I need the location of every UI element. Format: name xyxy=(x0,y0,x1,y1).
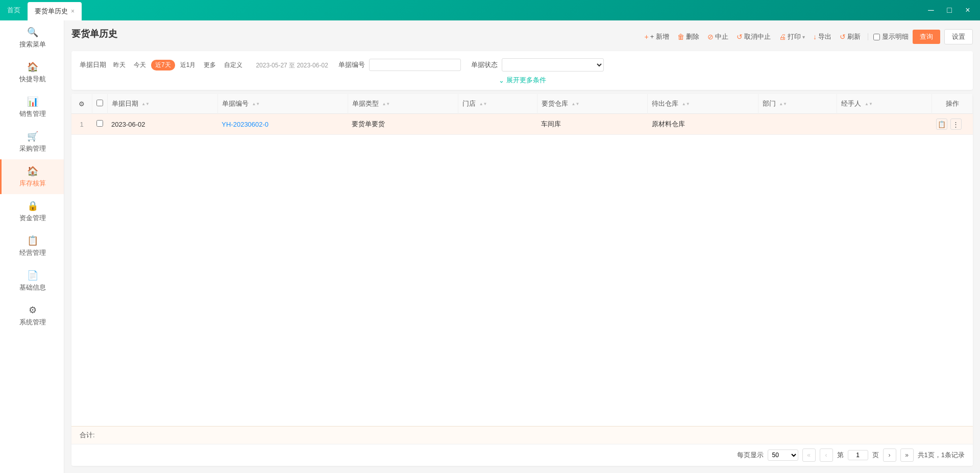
tab-home[interactable]: 首页 xyxy=(0,0,28,20)
td-no[interactable]: YH-20230602-0 xyxy=(217,114,348,135)
pending-warehouse-sort-icon[interactable]: ▲▼ xyxy=(682,102,690,106)
display-detail-checkbox[interactable]: 显示明细 xyxy=(873,32,909,41)
order-no-label: 单据编号 xyxy=(338,60,365,69)
sidebar-item-basic-info[interactable]: 📄 基础信息 xyxy=(0,264,64,298)
minimize-button[interactable]: ─ xyxy=(924,3,938,17)
shortcut-more[interactable]: 更多 xyxy=(201,60,219,70)
status-label: 单据状态 xyxy=(471,60,498,69)
td-handler xyxy=(837,114,932,135)
top-bar: 首页 要货单历史 × ─ □ × xyxy=(0,0,980,20)
op-view-icon[interactable]: 📋 xyxy=(936,119,947,130)
operations-mgmt-icon: 📋 xyxy=(27,235,38,246)
window-controls: ─ □ × xyxy=(924,3,980,17)
order-no-link[interactable]: YH-20230602-0 xyxy=(222,121,268,128)
filter-card: 单据日期 昨天 今天 近7天 近1月 更多 自定义 2023-05-27 至 2… xyxy=(71,51,973,90)
filter-row: 单据日期 昨天 今天 近7天 近1月 更多 自定义 2023-05-27 至 2… xyxy=(80,58,965,72)
export-button[interactable]: ↓ 导出 xyxy=(811,31,834,42)
td-index: 1 xyxy=(71,114,92,135)
date-sort-icon[interactable]: ▲▼ xyxy=(141,102,150,106)
dept-sort-icon[interactable]: ▲▼ xyxy=(779,102,787,106)
td-req-warehouse: 车间库 xyxy=(537,114,647,135)
tab-requisition-history[interactable]: 要货单历史 × xyxy=(28,2,82,20)
print-dropdown-icon: ▾ xyxy=(802,34,805,40)
order-no-input[interactable] xyxy=(369,59,461,71)
page-input-label: 第 xyxy=(837,451,844,460)
print-icon: 🖨 xyxy=(779,33,786,41)
sales-mgmt-icon: 📊 xyxy=(27,96,38,107)
handler-sort-icon[interactable]: ▲▼ xyxy=(865,102,873,106)
sidebar-item-purchase-mgmt[interactable]: 🛒 采购管理 xyxy=(0,125,64,159)
maximize-button[interactable]: □ xyxy=(942,3,957,17)
type-sort-icon[interactable]: ▲▼ xyxy=(382,102,390,106)
content-area: 要货单历史 + + 新增 🗑 删除 ⊘ 中止 ↺ 取消中止 xyxy=(64,20,980,473)
shortcut-yesterday[interactable]: 昨天 xyxy=(110,60,129,70)
table-scroll: ⚙ 单据日期 ▲▼ 单据编号 ▲▼ xyxy=(71,94,973,426)
td-pending-warehouse: 原材料仓库 xyxy=(648,114,758,135)
tab-close-icon[interactable]: × xyxy=(71,8,75,15)
req-warehouse-sort-icon[interactable]: ▲▼ xyxy=(572,102,580,106)
total-info: 共1页，1条记录 xyxy=(918,451,965,460)
summary-bar: 合计: xyxy=(71,426,973,444)
prev-page-button[interactable]: ‹ xyxy=(820,448,833,462)
status-filter-group: 单据状态 xyxy=(471,58,604,72)
stop-button[interactable]: ⊘ 中止 xyxy=(705,31,730,42)
shortcut-1month[interactable]: 近1月 xyxy=(177,60,199,70)
purchase-mgmt-icon: 🛒 xyxy=(27,131,38,142)
basic-info-icon: 📄 xyxy=(27,270,38,281)
cancel-stop-button[interactable]: ↺ 取消中止 xyxy=(734,31,773,42)
row-checkbox[interactable] xyxy=(96,120,103,127)
new-button[interactable]: + + 新增 xyxy=(643,31,671,42)
quick-nav-icon: 🏠 xyxy=(27,61,38,73)
inventory-calc-icon: 🏠 xyxy=(27,165,38,177)
delete-icon: 🗑 xyxy=(677,33,684,41)
shortcut-today[interactable]: 今天 xyxy=(131,60,149,70)
td-type: 要货单要货 xyxy=(348,114,458,135)
sidebar: 🔍 搜索菜单 🏠 快捷导航 📊 销售管理 🛒 采购管理 🏠 库存核算 🔒 资金管… xyxy=(0,20,64,473)
sidebar-item-search-menu[interactable]: 🔍 搜索菜单 xyxy=(0,20,64,55)
th-ops: 操作 xyxy=(932,94,973,114)
query-button[interactable]: 查询 xyxy=(913,30,940,44)
refresh-button[interactable]: ↺ 刷新 xyxy=(838,31,863,42)
th-req-warehouse: 要货仓库 ▲▼ xyxy=(537,94,647,114)
page-size-select[interactable]: 50 20 100 200 xyxy=(768,450,798,461)
shortcut-7days[interactable]: 近7天 xyxy=(151,60,175,70)
store-sort-icon[interactable]: ▲▼ xyxy=(479,102,487,106)
page-size-label: 每页显示 xyxy=(737,451,764,460)
sidebar-item-quick-nav[interactable]: 🏠 快捷导航 xyxy=(0,55,64,90)
header-actions: 要货单历史 + + 新增 🗑 删除 ⊘ 中止 ↺ 取消中止 xyxy=(71,28,973,46)
settings-button[interactable]: 设置 xyxy=(944,29,973,44)
sidebar-item-sales-mgmt[interactable]: 📊 销售管理 xyxy=(0,90,64,125)
main-table: ⚙ 单据日期 ▲▼ 单据编号 ▲▼ xyxy=(71,94,973,135)
next-page-button[interactable]: › xyxy=(883,448,896,462)
sidebar-item-operations-mgmt[interactable]: 📋 经营管理 xyxy=(0,229,64,264)
first-page-button[interactable]: « xyxy=(802,448,816,462)
op-more-icon[interactable]: ⋮ xyxy=(950,119,962,130)
shortcut-custom[interactable]: 自定义 xyxy=(221,60,246,70)
refresh-icon: ↺ xyxy=(840,33,846,41)
date-shortcuts: 昨天 今天 近7天 近1月 更多 自定义 xyxy=(110,60,246,70)
last-page-button[interactable]: » xyxy=(900,448,914,462)
expand-icon: ⌄ xyxy=(499,77,504,84)
status-select[interactable] xyxy=(502,58,604,72)
page-number-input[interactable] xyxy=(848,450,868,460)
sidebar-item-finance-mgmt[interactable]: 🔒 资金管理 xyxy=(0,194,64,229)
table-row: 1 2023-06-02 YH-20230602-0 要货单要货 车间库 xyxy=(71,114,973,135)
select-all-checkbox[interactable] xyxy=(96,100,103,106)
sidebar-item-inventory-calc[interactable]: 🏠 库存核算 xyxy=(0,159,64,194)
no-sort-icon[interactable]: ▲▼ xyxy=(252,102,260,106)
th-settings[interactable]: ⚙ xyxy=(71,94,92,114)
page-suffix: 页 xyxy=(872,451,879,460)
td-store xyxy=(458,114,537,135)
delete-button[interactable]: 🗑 删除 xyxy=(675,31,701,42)
stop-icon: ⊘ xyxy=(707,33,714,41)
header-actions-right: + + 新增 🗑 删除 ⊘ 中止 ↺ 取消中止 🖨 打印 xyxy=(643,29,973,44)
date-label: 单据日期 xyxy=(80,60,106,69)
display-detail-input[interactable] xyxy=(873,34,880,40)
window-close-button[interactable]: × xyxy=(961,3,975,17)
th-date: 单据日期 ▲▼ xyxy=(107,94,217,114)
page-title: 要货单历史 xyxy=(71,28,117,40)
print-button[interactable]: 🖨 打印 ▾ xyxy=(777,31,807,42)
date-filter-group: 单据日期 昨天 今天 近7天 近1月 更多 自定义 xyxy=(80,60,246,70)
sidebar-item-system-mgmt[interactable]: ⚙ 系统管理 xyxy=(0,298,64,333)
expand-more-button[interactable]: ⌄ 展开更多条件 xyxy=(80,76,965,85)
